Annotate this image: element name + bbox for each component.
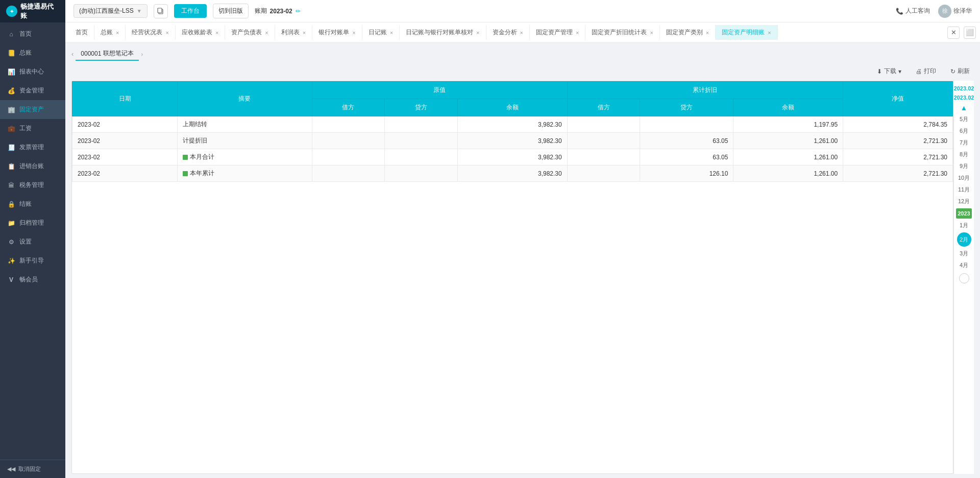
support-item[interactable]: 📞 人工客询 — [896, 7, 930, 15]
tab-receivable[interactable]: 应收账龄表 × — [176, 25, 225, 40]
sidebar-item-guide[interactable]: ✨ 新手引导 — [0, 251, 65, 270]
tab-fixed-depreciation[interactable]: 固定资产折旧统计表 × — [585, 25, 659, 40]
sidebar-item-ledger[interactable]: 📒 总账 — [0, 43, 65, 62]
sidebar-item-reports[interactable]: 📊 报表中心 — [0, 62, 65, 81]
timeline-month-4[interactable]: 4月 — [954, 259, 974, 271]
sidebar-item-label: 进销台账 — [19, 162, 44, 171]
sidebar-item-vip[interactable]: V 畅会员 — [0, 270, 65, 289]
tab-fixed-category-close[interactable]: × — [706, 30, 709, 36]
sidebar-item-invoice[interactable]: 🧾 发票管理 — [0, 138, 65, 157]
cell-balance2: 1,261.00 — [733, 165, 843, 182]
tab-fixed-mgmt[interactable]: 固定资产管理 × — [530, 25, 585, 40]
tab-home[interactable]: 首页 — [69, 25, 94, 40]
tab-fixed-category[interactable]: 固定资产类别 × — [660, 25, 716, 40]
user-name: 徐泽华 — [953, 7, 972, 15]
timeline-month-9[interactable]: 9月 — [954, 160, 974, 172]
sub-nav-left-arrow[interactable]: ‹ — [71, 50, 74, 58]
copy-icon — [157, 8, 164, 15]
tab-ledger[interactable]: 总账 × — [94, 25, 126, 40]
timeline-month-3[interactable]: 3月 — [954, 248, 974, 259]
sub-nav: ‹ 000001 联想笔记本 › — [71, 47, 974, 61]
print-icon: 🖨 — [916, 68, 922, 75]
copy-button[interactable] — [154, 4, 168, 18]
tab-fixed-mgmt-label: 固定资产管理 — [536, 28, 573, 37]
download-button[interactable]: ⬇ 下载 ▾ — [873, 65, 905, 78]
timeline-month-5[interactable]: 5月 — [954, 113, 974, 125]
timeline-month-6[interactable]: 6月 — [954, 125, 974, 137]
col-debit2-header: 借方 — [567, 99, 640, 116]
cell-net: 2,784.35 — [843, 116, 953, 133]
tab-bank-statement-close[interactable]: × — [352, 30, 355, 36]
sidebar-item-fixed-assets[interactable]: 🏢 固定资产 — [0, 100, 65, 119]
timeline-month-11[interactable]: 11月 — [954, 184, 974, 196]
pin-icon: ◀◀ — [7, 466, 15, 472]
timeline-month-10[interactable]: 10月 — [954, 172, 974, 184]
tab-fixed-depreciation-close[interactable]: × — [650, 30, 653, 36]
timeline-period-2[interactable]: 2023.02 — [953, 93, 974, 102]
sidebar-item-tax[interactable]: 🏛 税务管理 — [0, 176, 65, 195]
timeline-month-12[interactable]: 12月 — [954, 196, 974, 207]
timeline-scroll-down[interactable] — [959, 273, 969, 283]
fixed-asset-detail-table: 日期 摘要 原值 累计折旧 净值 借方 贷方 余额 借方 贷方 余额 — [72, 81, 953, 182]
sub-nav-right-arrow[interactable]: › — [141, 51, 143, 57]
sidebar-item-label: 总账 — [19, 49, 32, 57]
tab-maximize-button[interactable]: ⬜ — [964, 27, 976, 39]
sidebar-item-capital[interactable]: 💰 资金管理 — [0, 81, 65, 100]
refresh-button[interactable]: ↻ 刷新 — [946, 65, 974, 78]
switch-old-button[interactable]: 切到旧版 — [213, 4, 249, 18]
tab-bar-actions: ✕ ⬜ — [947, 27, 976, 39]
sidebar-item-closing[interactable]: 🔒 结账 — [0, 195, 65, 213]
tab-fixed-detail-close[interactable]: × — [768, 30, 771, 36]
toolbar: ⬇ 下载 ▾ 🖨 打印 ↻ 刷新 — [71, 65, 974, 78]
timeline-month-7[interactable]: 7月 — [954, 137, 974, 149]
tab-fixed-detail[interactable]: 固定资产明细账 × — [716, 25, 777, 40]
tab-asset-liability-label: 资产负债表 — [231, 28, 262, 37]
timeline-month-2-active[interactable]: 2月 — [957, 232, 971, 247]
tab-journal-close[interactable]: × — [390, 30, 393, 36]
logo-icon: ✦ — [6, 6, 17, 17]
tab-close-all-button[interactable]: ✕ — [947, 27, 960, 39]
tab-journal-bank-check-close[interactable]: × — [476, 30, 479, 36]
download-label: 下载 — [884, 67, 896, 76]
timeline-month-1[interactable]: 1月 — [954, 220, 974, 231]
table-row: 2023-02 计提折旧 3,982.30 63.05 1,261.00 2,7… — [72, 133, 953, 149]
tab-fixed-mgmt-close[interactable]: × — [576, 30, 579, 36]
print-button[interactable]: 🖨 打印 — [912, 65, 940, 78]
user-item[interactable]: 徐 徐泽华 — [938, 5, 972, 18]
tab-profit-close[interactable]: × — [303, 30, 306, 36]
tab-business-status[interactable]: 经营状况表 × — [126, 25, 175, 40]
sidebar-item-home[interactable]: ⌂ 首页 — [0, 25, 65, 43]
tab-asset-liability[interactable]: 资产负债表 × — [225, 25, 275, 40]
tab-receivable-close[interactable]: × — [215, 30, 218, 36]
period-edit-icon[interactable]: ✏ — [296, 8, 301, 15]
tab-journal[interactable]: 日记账 × — [362, 25, 400, 40]
sub-nav-asset[interactable]: 000001 联想笔记本 — [76, 47, 139, 61]
sidebar-item-label: 畅会员 — [19, 275, 38, 284]
timeline-scroll-up[interactable]: ▲ — [959, 102, 969, 113]
tab-business-status-close[interactable]: × — [165, 30, 168, 36]
timeline-period-1[interactable]: 2023.02 — [953, 84, 974, 93]
workbench-button[interactable]: 工作台 — [174, 4, 207, 18]
sidebar-item-archive[interactable]: 📁 归档管理 — [0, 213, 65, 232]
settings-icon: ⚙ — [7, 238, 15, 246]
tab-capital-analysis-close[interactable]: × — [520, 30, 523, 36]
sidebar-item-settings[interactable]: ⚙ 设置 — [0, 232, 65, 251]
sidebar-item-payroll[interactable]: 💼 工资 — [0, 119, 65, 138]
cell-balance2: 1,261.00 — [733, 133, 843, 149]
timeline-month-8[interactable]: 8月 — [954, 149, 974, 160]
header-right: 📞 人工客询 徐 徐泽华 — [896, 5, 972, 18]
tab-ledger-close[interactable]: × — [116, 30, 119, 36]
sidebar-item-sales-ledger[interactable]: 📋 进销台账 — [0, 157, 65, 176]
sidebar-footer-pin[interactable]: ◀◀ 取消固定 — [0, 460, 65, 478]
tab-capital-analysis[interactable]: 资金分析 × — [486, 25, 530, 40]
tab-journal-bank-check[interactable]: 日记账与银行对账单核对 × — [400, 25, 486, 40]
period-info: 账期 2023-02 ✏ — [255, 7, 301, 15]
tab-profit[interactable]: 利润表 × — [275, 25, 312, 40]
tab-asset-liability-close[interactable]: × — [265, 30, 268, 36]
tab-bank-statement-label: 银行对账单 — [318, 28, 349, 37]
avatar: 徐 — [938, 5, 951, 18]
company-name: (勿动)江西服垒-LSS — [79, 7, 134, 15]
tab-journal-bank-check-label: 日记账与银行对账单核对 — [406, 28, 473, 37]
tab-bank-statement[interactable]: 银行对账单 × — [312, 25, 362, 40]
company-selector[interactable]: (勿动)江西服垒-LSS ▼ — [74, 4, 148, 18]
